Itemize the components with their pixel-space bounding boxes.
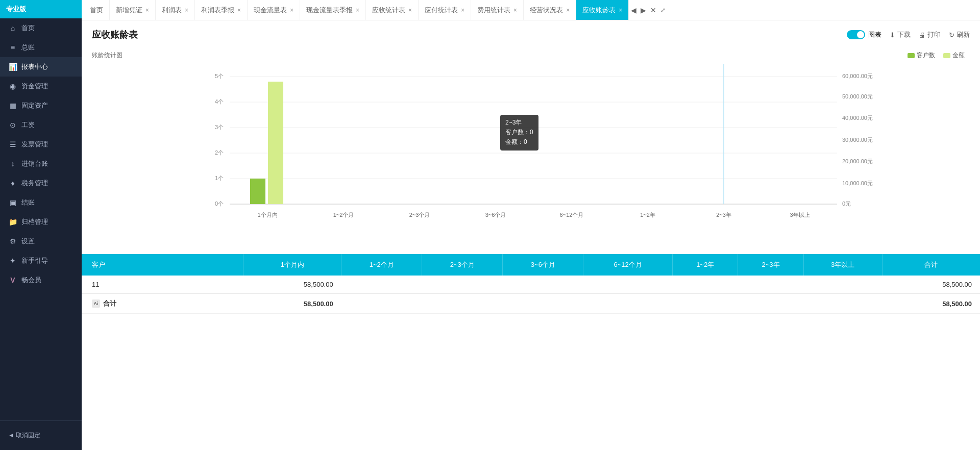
download-label: 下载 — [897, 30, 911, 39]
sidebar-item-funds[interactable]: ◉ 资金管理 — [0, 77, 82, 96]
td-total-m12 — [341, 294, 422, 314]
th-y3plus: 3年以上 — [803, 254, 882, 276]
sidebar: 专业版 ⌂ 首页 ≡ 总账 📊 报表中心 ◉ 资金管理 ▦ 固定资产 ⊙ 工资 … — [0, 0, 82, 450]
tab-expense-stats-label: 费用统计表 — [477, 6, 510, 15]
tab-ap-stats-close[interactable]: × — [461, 7, 464, 14]
svg-text:10,000.00元: 10,000.00元 — [842, 180, 873, 186]
tab-profit-close[interactable]: × — [185, 7, 188, 14]
th-m1: 1个月内 — [243, 254, 341, 276]
tab-ar-aging-label: 应收账龄表 — [582, 6, 616, 15]
svg-text:3个: 3个 — [215, 124, 224, 130]
td-y12-0 — [673, 276, 738, 294]
th-y12: 1~2年 — [673, 254, 738, 276]
tab-cashflow-quarterly-close[interactable]: × — [356, 7, 359, 14]
tab-voucher-close[interactable]: × — [145, 7, 149, 14]
tab-biz-status[interactable]: 经营状况表 × — [524, 0, 576, 20]
tab-biz-status-close[interactable]: × — [566, 7, 570, 14]
svg-text:20,000.00元: 20,000.00元 — [842, 158, 873, 164]
td-m12-0 — [341, 276, 422, 294]
td-customer-0: 11 — [82, 276, 243, 294]
tab-expense-stats[interactable]: 费用统计表 × — [471, 0, 524, 20]
tab-expand-button[interactable]: ⤢ — [658, 0, 668, 20]
legend-customers: 客户数 — [908, 51, 935, 60]
td-total-total: 58,500.00 — [882, 294, 980, 314]
chart-toggle[interactable]: 图表 — [847, 30, 881, 39]
tab-home[interactable]: 首页 — [84, 0, 110, 20]
toggle-label: 图表 — [868, 30, 881, 39]
tab-ap-stats[interactable]: 应付统计表 × — [419, 0, 471, 20]
tab-profit-quarterly-close[interactable]: × — [237, 7, 241, 14]
sidebar-item-ledger[interactable]: ≡ 总账 — [0, 38, 82, 57]
sidebar-item-invoice[interactable]: ☰ 发票管理 — [0, 135, 82, 154]
tab-voucher[interactable]: 新增凭证 × — [110, 0, 156, 20]
svg-text:60,000.00元: 60,000.00元 — [842, 73, 873, 79]
svg-text:0个: 0个 — [215, 201, 224, 207]
tab-cashflow[interactable]: 现金流量表 × — [248, 0, 300, 20]
tab-cashflow-close[interactable]: × — [290, 7, 293, 14]
tab-profit-quarterly[interactable]: 利润表季报 × — [195, 0, 248, 20]
svg-text:50,000.00元: 50,000.00元 — [842, 93, 873, 99]
sidebar-item-salary[interactable]: ⊙ 工资 — [0, 115, 82, 135]
svg-text:2个: 2个 — [215, 149, 224, 156]
td-m1-0: 58,500.00 — [243, 276, 341, 294]
sidebar-item-home[interactable]: ⌂ 首页 — [0, 18, 82, 38]
sidebar-item-close[interactable]: ▣ 结账 — [0, 193, 82, 212]
svg-text:40,000.00元: 40,000.00元 — [842, 115, 873, 121]
tab-profit[interactable]: 利润表 × — [156, 0, 195, 20]
tab-ar-stats-close[interactable]: × — [408, 7, 412, 14]
chart-svg-wrapper: 5个 4个 3个 2个 1个 0个 60,000.00元 50,000.00元 … — [92, 64, 970, 249]
refresh-label: 刷新 — [957, 30, 970, 39]
sidebar-item-label: 税务管理 — [21, 179, 48, 188]
tab-profit-label: 利润表 — [162, 6, 182, 15]
total-icon: Ai — [92, 299, 100, 308]
tab-cashflow-quarterly[interactable]: 现金流量表季报 × — [300, 0, 366, 20]
tab-voucher-label: 新增凭证 — [116, 6, 142, 15]
svg-text:1个: 1个 — [215, 175, 224, 181]
tab-ar-aging[interactable]: 应收账龄表 × — [576, 0, 629, 20]
th-m36: 3~6个月 — [503, 254, 583, 276]
th-customer: 客户 — [82, 254, 243, 276]
sidebar-item-label: 结账 — [21, 198, 35, 207]
tab-next-button[interactable]: ▶ — [639, 0, 648, 20]
legend-amount-label: 金额 — [952, 51, 965, 60]
sidebar-item-reports[interactable]: 📊 报表中心 — [0, 57, 82, 77]
print-label: 打印 — [927, 30, 941, 39]
svg-text:1个月内: 1个月内 — [257, 212, 277, 218]
refresh-button[interactable]: ↻ 刷新 — [949, 30, 970, 39]
sidebar-item-archive[interactable]: 📁 归档管理 — [0, 212, 82, 232]
download-icon: ⬇ — [890, 31, 895, 39]
td-total-m612 — [583, 294, 673, 314]
sidebar-bottom: ◄ 取消固定 — [0, 420, 82, 450]
sidebar-item-guide[interactable]: ✦ 新手引导 — [0, 251, 82, 270]
assets-icon: ▦ — [8, 102, 17, 110]
sidebar-item-sales[interactable]: ↕ 进销台账 — [0, 154, 82, 173]
sidebar-item-settings[interactable]: ⚙ 设置 — [0, 232, 82, 251]
td-m612-0 — [583, 276, 673, 294]
reports-icon: 📊 — [8, 63, 17, 71]
td-total-m23 — [422, 294, 503, 314]
unpin-sidebar-button[interactable]: ◄ 取消固定 — [0, 426, 82, 445]
vip-icon: V — [8, 276, 17, 284]
sidebar-item-tax[interactable]: ♦ 税务管理 — [0, 173, 82, 193]
close-accounts-icon: ▣ — [8, 198, 17, 207]
tab-prev-button[interactable]: ◀ — [629, 0, 639, 20]
sidebar-item-assets[interactable]: ▦ 固定资产 — [0, 96, 82, 115]
tab-ap-stats-label: 应付统计表 — [425, 6, 458, 15]
svg-text:1~2个月: 1~2个月 — [333, 212, 354, 218]
td-total-m36 — [503, 294, 583, 314]
sidebar-item-label: 总账 — [21, 43, 35, 52]
tab-ar-stats[interactable]: 应收统计表 × — [366, 0, 419, 20]
tab-expense-stats-close[interactable]: × — [513, 7, 517, 14]
tab-close-all-button[interactable]: ✕ — [648, 0, 658, 20]
tab-ar-aging-close[interactable]: × — [619, 7, 622, 14]
download-button[interactable]: ⬇ 下载 — [890, 30, 911, 39]
print-button[interactable]: 🖨 打印 — [919, 30, 941, 39]
sales-icon: ↕ — [8, 160, 17, 168]
sidebar-item-vip[interactable]: V 畅会员 — [0, 270, 82, 290]
unpin-label: ◄ 取消固定 — [8, 431, 40, 440]
funds-icon: ◉ — [8, 82, 17, 90]
guide-icon: ✦ — [8, 257, 17, 265]
sidebar-item-label: 进销台账 — [21, 159, 48, 168]
bar-customers-0 — [250, 179, 265, 204]
toggle-track[interactable] — [847, 30, 865, 39]
